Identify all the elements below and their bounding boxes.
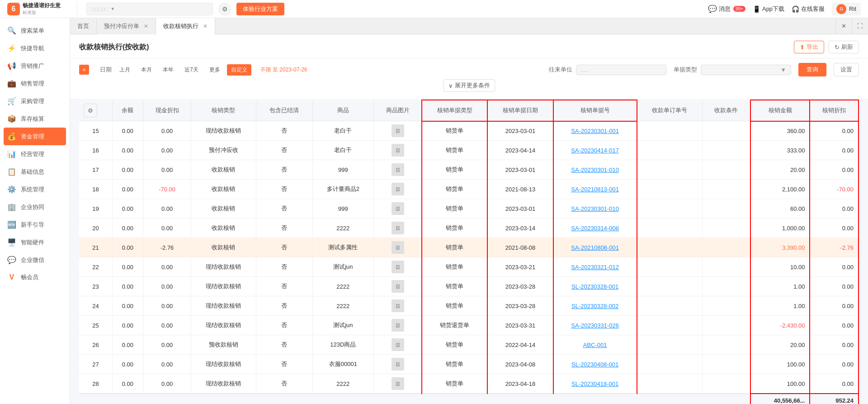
- window-close-btn[interactable]: ✕: [835, 18, 852, 34]
- table-row: 28 0.00 0.00 现结收款核销 否 2222 🖼 销货单 2023-04…: [79, 374, 859, 394]
- export-button[interactable]: ⬆ 导出: [794, 41, 824, 53]
- bill-no-link[interactable]: ABC-001: [583, 342, 607, 348]
- user-profile[interactable]: R Rit: [832, 3, 861, 15]
- table-row: 15 0.00 0.00 现结收款核销 否 老白干 🖼 销货单 2023-03-…: [79, 121, 859, 141]
- cell-product-img: 🖼: [373, 180, 422, 199]
- bill-no-link[interactable]: SA-20230321-012: [571, 264, 619, 271]
- tab-prepay-close[interactable]: ✕: [144, 23, 148, 29]
- bill-no-link[interactable]: SL-20230328-002: [571, 303, 618, 309]
- this-year-btn[interactable]: 本年: [159, 64, 178, 76]
- bill-no-link[interactable]: SA-20230314-008: [571, 225, 619, 232]
- cell-product: 衣服00001: [312, 355, 373, 374]
- sidebar-item-biz[interactable]: 📊 经营管理: [0, 145, 70, 163]
- bill-no-link[interactable]: SA-20210813-001: [571, 186, 619, 193]
- settings-button[interactable]: 设置: [834, 63, 859, 76]
- tab-receipt-cancel-close[interactable]: ✕: [203, 23, 208, 29]
- online-service-button[interactable]: 🎧 在线客服: [792, 5, 825, 13]
- search-bar-placeholder: □□□□□: [91, 6, 108, 12]
- bill-no-link[interactable]: SA-20230301-010: [571, 166, 619, 173]
- cell-cancel-discount: 0.00: [810, 277, 859, 296]
- table-settings-icon[interactable]: ⚙: [84, 104, 97, 117]
- solution-button[interactable]: 体验行业方案: [236, 3, 284, 15]
- cell-product-img: 🖼: [373, 160, 422, 180]
- bill-no-link[interactable]: SA-20210808-001: [571, 244, 619, 251]
- cell-cancel-amount: 1.00: [750, 296, 810, 316]
- sidebar-item-basic[interactable]: 📋 基础信息: [0, 163, 70, 181]
- cell-product: 测试jun: [312, 257, 373, 277]
- cell-receipt-condition: [702, 238, 750, 257]
- table-container: ⚙ 余额 现金折扣 核销类型 包含已结清 商品 商品图片 核销单据类型 核销单据…: [70, 100, 868, 404]
- table-row: 24 0.00 0.00 现结收款核销 否 2222 🖼 销货单 2023-03…: [79, 296, 859, 316]
- th-settings[interactable]: ⚙: [79, 100, 112, 121]
- th-product: 商品: [312, 100, 373, 121]
- sidebar-item-purchase[interactable]: 🛒 采购管理: [0, 92, 70, 110]
- bill-no-link[interactable]: SL-20230408-001: [571, 361, 618, 368]
- bill-no-link[interactable]: SA-20230414-017: [571, 147, 619, 154]
- cell-product: 2222: [312, 277, 373, 296]
- refresh-button[interactable]: ↻ 刷新: [829, 41, 859, 53]
- tab-prepay[interactable]: 预付冲应付单 ✕: [97, 18, 156, 34]
- sidebar-item-finance[interactable]: 💰 资金管理: [4, 128, 66, 145]
- window-maximize-btn[interactable]: ⛶: [852, 18, 868, 34]
- cell-cancel-discount: 0.00: [810, 374, 859, 394]
- cell-cancel-discount: 0.00: [810, 121, 859, 141]
- cell-cancel-bill-date: 2023-03-01: [487, 160, 553, 180]
- cell-cancel-bill-no: SA-20230301-010: [553, 199, 637, 219]
- last-7-days-btn[interactable]: 近7天: [180, 64, 203, 76]
- query-button[interactable]: 查询: [798, 63, 826, 76]
- bill-no-link[interactable]: SL-20230418-001: [571, 380, 618, 387]
- cell-included-settled: 否: [256, 374, 312, 394]
- sidebar-item-sales[interactable]: 💼 销售管理: [0, 75, 70, 92]
- cell-product: 多计量商品2: [312, 180, 373, 199]
- bill-no-link[interactable]: SA-20230301-010: [571, 205, 619, 212]
- type-select[interactable]: ▼: [701, 65, 791, 75]
- cell-cancel-bill-date: 2021-08-08: [487, 238, 553, 257]
- collapse-filter-btn[interactable]: »: [79, 65, 89, 75]
- th-cancel-discount: 核销折扣: [810, 100, 859, 121]
- tab-home[interactable]: 首页: [70, 18, 97, 34]
- member-icon: V: [7, 273, 16, 281]
- cell-cash-discount: 0.00: [143, 355, 191, 374]
- cell-product-img: 🖼: [373, 219, 422, 238]
- sidebar-item-inventory[interactable]: 📦 库存核算: [0, 110, 70, 128]
- cell-seq: 24: [79, 296, 112, 316]
- bill-no-link[interactable]: SA-20230301-001: [571, 128, 619, 134]
- more-date-btn[interactable]: 更多: [205, 64, 224, 76]
- bill-no-link[interactable]: SA-20230331-026: [571, 322, 619, 329]
- cell-balance: 0.00: [112, 180, 143, 199]
- gear-button[interactable]: ⚙: [218, 3, 231, 15]
- search-chevron-icon[interactable]: ▼: [110, 6, 115, 11]
- this-month-btn[interactable]: 本月: [137, 64, 156, 76]
- expand-more-btn[interactable]: ∨ 展开更多条件: [443, 79, 495, 92]
- th-included-settled: 包含已结清: [256, 100, 312, 121]
- sidebar-item-system[interactable]: ⚙️ 系统管理: [0, 181, 70, 198]
- sidebar-item-marketing[interactable]: 📢 营销推广: [0, 57, 70, 75]
- cell-cancel-discount: 0.00: [810, 160, 859, 180]
- message-button[interactable]: 💬 消息 99+: [708, 5, 745, 13]
- sidebar-item-enterprise[interactable]: 🏢 企业协同: [0, 198, 70, 216]
- cell-cash-discount: 0.00: [143, 160, 191, 180]
- finance-icon: 💰: [7, 132, 16, 141]
- logo-icon: 6: [7, 3, 20, 15]
- bill-no-link[interactable]: SL-20230328-001: [571, 283, 618, 290]
- sidebar-item-member[interactable]: V 畅会员: [0, 269, 70, 286]
- tab-receipt-cancel[interactable]: 收款核销执行 ✕: [156, 18, 215, 34]
- app-download-button[interactable]: 📱 App下载: [753, 5, 784, 13]
- th-receipt-order-no: 收款单订单号: [637, 100, 702, 121]
- custom-date-btn[interactable]: 自定义: [227, 64, 251, 76]
- quick-nav-icon: ⚡: [7, 44, 16, 52]
- sidebar-item-hardware[interactable]: 🖥️ 智能硬件: [0, 233, 70, 251]
- last-month-btn[interactable]: 上月: [115, 64, 134, 76]
- sidebar-item-search[interactable]: 🔍 搜索菜单: [0, 22, 70, 39]
- sidebar-item-quick-nav[interactable]: ⚡ 快捷导航: [0, 39, 70, 57]
- cell-cancel-bill-no: SA-20230414-017: [553, 141, 637, 160]
- cell-cancel-bill-type: 销货单: [422, 238, 487, 257]
- cell-included-settled: 否: [256, 316, 312, 335]
- top-search-bar: □□□□□ ▼: [86, 3, 213, 15]
- sidebar-item-guide[interactable]: 🆕 新手引导: [0, 216, 70, 233]
- unit-input[interactable]: ...: [576, 65, 666, 75]
- cell-receipt-order-no: [637, 277, 702, 296]
- sidebar: 🔍 搜索菜单 ⚡ 快捷导航 📢 营销推广 💼 销售管理 🛒 采购管理 📦 库存核…: [0, 18, 70, 404]
- product-image: 🖼: [392, 299, 404, 312]
- sidebar-item-wechat[interactable]: 💬 企业微信: [0, 251, 70, 269]
